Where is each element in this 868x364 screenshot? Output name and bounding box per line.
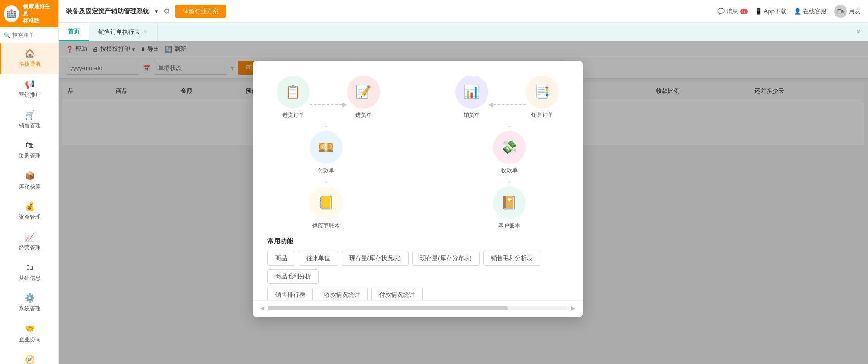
func-btn-sale-profit[interactable]: 销售毛利分析表 — [483, 251, 540, 266]
scroll-track[interactable] — [268, 306, 568, 310]
topbar: 装备及固定资产辅助管理系统 ▾ ⚙ 体验行业方案 💬 消息 5 📱 App下载 … — [59, 0, 868, 23]
func-btn-product[interactable]: 商品 — [267, 251, 295, 266]
online-service-button[interactable]: 👤 在线客服 — [794, 7, 827, 16]
sidebar-item-cooperation[interactable]: 🤝 企业协同 — [0, 318, 58, 349]
guide-icon: 🧭 — [25, 354, 35, 364]
sidebar-nav: 🏠 快捷导航 📢 营销推广 🛒 销售管理 🛍 采购管理 📦 库存核算 💰 — [0, 43, 58, 364]
operations-icon: 📈 — [25, 232, 35, 242]
modal-overlay[interactable]: 📋 进货订单 ▶ — [59, 41, 868, 364]
func-btn-sale-rank[interactable]: 销售排行榜 — [267, 288, 313, 300]
logo-icon: 🏥 — [4, 5, 19, 22]
sale-icon: 📊 — [464, 84, 480, 99]
tab-sales-order[interactable]: 销售订单执行表 × — [89, 23, 158, 41]
customer-account-circle: 📔 — [493, 186, 526, 219]
sidebar-item-quick[interactable]: 🏠 快捷导航 — [0, 43, 58, 74]
logo-text: 畅康通好生意 标准版 — [23, 3, 55, 25]
system-dropdown[interactable]: ▾ — [155, 8, 158, 15]
dropdown-icon: ▾ — [155, 8, 158, 15]
payment-in-circle: 💸 — [493, 131, 526, 164]
user-avatar: Ea — [834, 5, 847, 18]
purchase-order-circle: 📋 — [277, 76, 310, 109]
scroll-left-icon[interactable]: ◀ — [260, 305, 264, 311]
message-button[interactable]: 💬 消息 5 — [717, 7, 748, 16]
content-area: ❓ 帮助 🖨 按模板打印 ▾ ⬆ 导出 🔄 刷新 — [59, 41, 868, 364]
flow-item-sale[interactable]: 📊 销货单 — [455, 76, 488, 119]
flow-item-payment-out[interactable]: 💴 付款单 — [310, 131, 343, 174]
tabs-bar: 首页 销售订单执行表 × × — [59, 23, 868, 41]
flow-item-sale-order[interactable]: 📑 销售订单 — [526, 76, 559, 119]
payment-in-label: 收款单 — [501, 167, 518, 174]
func-buttons-row2: 销售排行榜 收款情况统计 付款情况统计 — [267, 288, 568, 300]
flow-diagram: 📋 进货订单 ▶ — [267, 76, 568, 230]
settings-button[interactable]: ⚙ — [164, 7, 170, 16]
sidebar-item-system[interactable]: ⚙️ 系统管理 — [0, 288, 58, 318]
flow-item-customer-account[interactable]: 📔 客户账本 — [493, 186, 526, 230]
tab-close-icon[interactable]: × — [143, 28, 148, 36]
modal-scrollbar-area: ◀ ▶ — [253, 300, 583, 317]
flow-item-purchase-order[interactable]: 📋 进货订单 — [277, 76, 310, 119]
inventory-icon: 📦 — [25, 171, 35, 181]
func-btn-payment-stat[interactable]: 收款情况统计 — [317, 288, 368, 300]
user-menu[interactable]: Ea 用友 — [834, 5, 861, 18]
sidebar-item-guide[interactable]: 🧭 新手引导 — [0, 349, 58, 364]
finance-icon: 💰 — [25, 201, 35, 212]
func-btn-product-profit[interactable]: 商品毛利分析 — [267, 269, 319, 284]
scroll-right-icon[interactable]: ▶ — [571, 305, 575, 311]
func-btn-pay-stat[interactable]: 付款情况统计 — [371, 288, 423, 300]
purchase-icon: 📝 — [355, 84, 371, 99]
basic-icon: 🗂 — [26, 263, 34, 272]
sale-order-label: 销售订单 — [531, 111, 553, 119]
sale-order-circle: 📑 — [526, 76, 559, 109]
sidebar: 🏥 畅康通好生意 标准版 🔍 搜索菜单 🏠 快捷导航 📢 营销推广 🛒 销售管理 — [0, 0, 59, 364]
sale-circle: 📊 — [455, 76, 488, 109]
payment-out-circle: 💴 — [310, 131, 343, 164]
sidebar-logo: 🏥 畅康通好生意 标准版 — [0, 0, 58, 27]
search-menu[interactable]: 🔍 搜索菜单 — [0, 27, 58, 43]
sidebar-item-marketing[interactable]: 📢 营销推广 — [0, 74, 58, 104]
tab-home[interactable]: 首页 — [59, 23, 89, 41]
system-icon: ⚙️ — [25, 293, 35, 303]
cooperation-icon: 🤝 — [25, 324, 35, 334]
quick-nav-modal: 📋 进货订单 ▶ — [253, 61, 583, 317]
supplier-account-circle: 📒 — [310, 186, 343, 219]
sidebar-item-finance[interactable]: 💰 资金管理 — [0, 196, 58, 227]
app-download-button[interactable]: 📱 App下载 — [755, 7, 786, 16]
customer-account-icon: 📔 — [501, 195, 517, 210]
main-content: 装备及固定资产辅助管理系统 ▾ ⚙ 体验行业方案 💬 消息 5 📱 App下载 … — [59, 0, 868, 364]
marketing-icon: 📢 — [25, 79, 35, 89]
func-btn-partners[interactable]: 往来单位 — [299, 251, 338, 266]
search-icon: 🔍 — [4, 32, 11, 38]
flow-item-payment-in[interactable]: 💸 收款单 — [493, 131, 526, 174]
sidebar-item-operations[interactable]: 📈 经营管理 — [0, 227, 58, 257]
purchase-circle: 📝 — [347, 76, 380, 109]
payment-in-icon: 💸 — [501, 140, 517, 155]
common-functions: 常用功能 商品 往来单位 现存量(库存状况表) 现存量(库存分布表) 销售毛利分… — [267, 237, 568, 300]
purchase-icon: 🛍 — [26, 141, 34, 150]
modal-body: 📋 进货订单 ▶ — [253, 61, 583, 300]
payment-out-icon: 💴 — [318, 140, 334, 155]
sidebar-item-inventory[interactable]: 📦 库存核算 — [0, 165, 58, 196]
scroll-row: ◀ ▶ — [260, 304, 575, 312]
topbar-right: 💬 消息 5 📱 App下载 👤 在线客服 Ea 用友 — [717, 5, 861, 18]
sidebar-item-purchase[interactable]: 🛍 采购管理 — [0, 135, 58, 165]
sales-icon: 🛒 — [25, 110, 35, 120]
supplier-account-icon: 📒 — [318, 195, 334, 210]
scroll-thumb — [268, 306, 508, 310]
experience-btn[interactable]: 体验行业方案 — [175, 5, 226, 18]
message-badge: 5 — [740, 9, 748, 14]
sidebar-item-sales[interactable]: 🛒 销售管理 — [0, 104, 58, 135]
flow-item-supplier-account[interactable]: 📒 供应商账本 — [310, 186, 343, 230]
sidebar-item-basic[interactable]: 🗂 基础信息 — [0, 257, 58, 288]
home-icon: 🏠 — [25, 49, 35, 59]
tab-area-close-icon[interactable]: × — [849, 28, 868, 36]
customer-account-label: 客户账本 — [498, 222, 520, 230]
func-btn-stock-status[interactable]: 现存量(库存状况表) — [342, 251, 409, 266]
flow-item-purchase[interactable]: 📝 进货单 — [347, 76, 380, 119]
service-icon: 👤 — [794, 8, 801, 15]
common-functions-title: 常用功能 — [267, 237, 568, 245]
payment-out-label: 付款单 — [318, 167, 334, 174]
func-btn-stock-dist[interactable]: 现存量(库存分布表) — [412, 251, 480, 266]
system-title: 装备及固定资产辅助管理系统 — [66, 7, 149, 16]
supplier-account-label: 供应商账本 — [312, 222, 340, 230]
message-icon: 💬 — [717, 8, 725, 15]
